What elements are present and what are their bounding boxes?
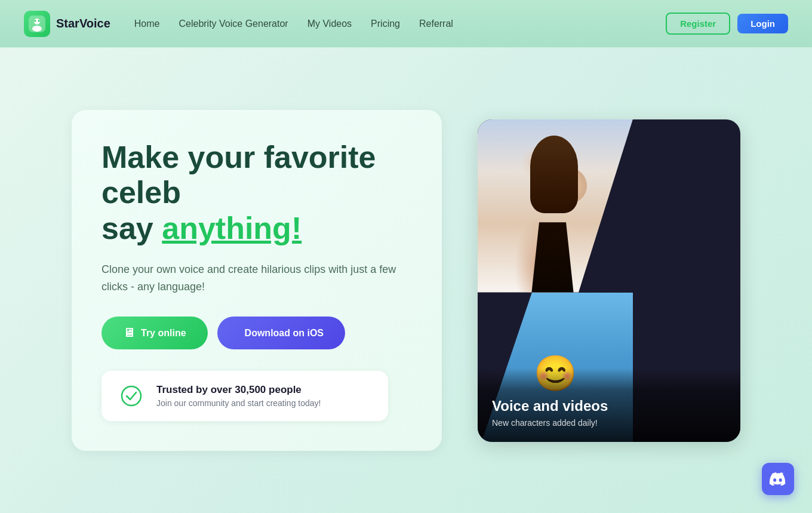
monitor-icon: 🖥 <box>123 326 135 340</box>
download-ios-button[interactable]: Download on iOS <box>217 317 345 349</box>
hero-title-line1: Make your favorite celeb <box>102 140 376 210</box>
checkmark-icon <box>118 383 144 409</box>
hero-card: Make your favorite celeb say anything! C… <box>72 110 442 451</box>
try-online-button[interactable]: 🖥 Try online <box>102 317 208 349</box>
collage-text-overlay: Voice and videos New characters added da… <box>478 368 740 442</box>
main-container: Make your favorite celeb say anything! C… <box>0 48 812 513</box>
trust-text: Trusted by over 30,500 people Join our c… <box>156 384 321 408</box>
logo-text: StarVoice <box>56 17 110 30</box>
svg-point-2 <box>32 26 42 32</box>
nav-right: Register Login <box>666 13 788 35</box>
svg-point-5 <box>122 386 141 406</box>
nav-item-home[interactable]: Home <box>134 19 160 29</box>
nav-left: StarVoice Home Celebrity Voice Generator… <box>24 11 453 37</box>
trust-title: Trusted by over 30,500 people <box>156 384 321 396</box>
discord-icon <box>769 472 787 486</box>
collage-subtitle: New characters added daily! <box>492 418 726 428</box>
nav-link-celebrity[interactable]: Celebrity Voice Generator <box>179 19 288 29</box>
nav-item-pricing[interactable]: Pricing <box>371 19 400 29</box>
nav-link-pricing[interactable]: Pricing <box>371 19 400 29</box>
trust-subtitle: Join our community and start creating to… <box>156 398 321 408</box>
nav-item-celebrity[interactable]: Celebrity Voice Generator <box>179 19 288 29</box>
logo-link[interactable]: StarVoice <box>24 11 110 37</box>
nav-link-referral[interactable]: Referral <box>419 19 453 29</box>
discord-fab-button[interactable] <box>762 463 794 495</box>
navbar: StarVoice Home Celebrity Voice Generator… <box>0 0 812 48</box>
nav-links: Home Celebrity Voice Generator My Videos… <box>134 19 453 29</box>
nav-item-referral[interactable]: Referral <box>419 19 453 29</box>
trust-badge: Trusted by over 30,500 people Join our c… <box>102 371 388 421</box>
nav-link-home[interactable]: Home <box>134 19 160 29</box>
svg-point-4 <box>38 20 40 21</box>
svg-point-3 <box>35 20 36 21</box>
collage-title: Voice and videos <box>492 398 726 414</box>
hero-title-line2-plain: say <box>102 211 162 245</box>
hero-subtitle: Clone your own voice and create hilariou… <box>102 261 412 296</box>
nav-link-myvideos[interactable]: My Videos <box>307 19 352 29</box>
hero-title: Make your favorite celeb say anything! <box>102 140 412 247</box>
cta-buttons: 🖥 Try online Download on iOS <box>102 317 412 349</box>
logo-icon <box>24 11 50 37</box>
register-button[interactable]: Register <box>666 13 730 35</box>
hero-title-highlight: anything! <box>162 211 302 245</box>
login-button[interactable]: Login <box>737 14 788 33</box>
collage-card: 🟨 🌸 ⭐ 😊 <box>478 119 740 442</box>
nav-item-myvideos[interactable]: My Videos <box>307 19 352 29</box>
